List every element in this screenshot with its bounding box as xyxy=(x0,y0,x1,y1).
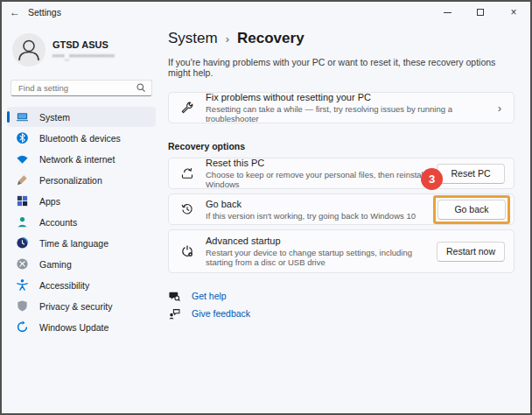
go-back-subtitle: If this version isn't working, try going… xyxy=(206,211,433,221)
footer-links: Get help Give feedback xyxy=(168,287,520,322)
wrench-icon xyxy=(169,101,206,115)
sidebar-item-personalization[interactable]: Personalization xyxy=(7,170,156,190)
sidebar-item-label: Time & language xyxy=(39,238,108,249)
advanced-startup-subtitle: Restart your device to change startup se… xyxy=(206,248,435,267)
settings-window: ← Settings × GTSD ASUS ••••_••••••••••••… xyxy=(0,0,532,415)
sidebar-item-label: Network & internet xyxy=(39,154,115,165)
fix-problems-subtitle: Resetting can take a while — first, try … xyxy=(206,104,498,123)
restart-now-button[interactable]: Restart now xyxy=(437,242,505,262)
sidebar-item-label: Personalization xyxy=(39,175,102,186)
back-icon[interactable]: ← xyxy=(2,6,28,18)
sidebar-item-system[interactable]: System xyxy=(7,107,156,127)
user-name: GTSD ASUS xyxy=(52,39,115,50)
chevron-right-icon: › xyxy=(498,102,501,115)
wifi-icon xyxy=(16,152,29,165)
get-help-link[interactable]: Get help xyxy=(168,287,520,305)
bluetooth-icon xyxy=(16,131,29,144)
breadcrumb: System › Recovery xyxy=(168,30,520,47)
close-icon[interactable]: × xyxy=(497,2,530,23)
sidebar-item-privacy-security[interactable]: Privacy & security xyxy=(7,296,156,316)
fix-problems-card[interactable]: Fix problems without resetting your PC R… xyxy=(168,92,514,123)
update-arrows-icon xyxy=(16,320,29,334)
power-gear-icon xyxy=(169,244,206,258)
reset-pc-button[interactable]: Reset PC xyxy=(437,164,505,184)
history-icon xyxy=(169,202,206,216)
feedback-icon xyxy=(168,307,181,320)
sidebar-item-windows-update[interactable]: Windows Update xyxy=(7,317,156,337)
sidebar-item-network-internet[interactable]: Network & internet xyxy=(7,149,156,169)
system-icon xyxy=(16,110,29,123)
clock-icon xyxy=(16,236,29,250)
person-icon xyxy=(12,33,46,67)
sidebar-item-label: Accessibility xyxy=(39,280,89,291)
sidebar: GTSD ASUS ••••_••••••••••••••• System xyxy=(2,23,161,413)
titlebar: ← Settings × xyxy=(2,2,530,23)
search-icon xyxy=(136,81,147,97)
reset-pc-subtitle: Choose to keep or remove your personal f… xyxy=(206,170,435,189)
avatar xyxy=(12,33,46,67)
recovery-options-group: Reset this PC Choose to keep or remove y… xyxy=(168,158,520,273)
fix-problems-title: Fix problems without resetting your PC xyxy=(206,92,498,102)
sidebar-nav: System Bluetooth & devices Network & int… xyxy=(2,107,161,337)
section-label-recovery-options: Recovery options xyxy=(168,141,520,151)
page-description: If you're having problems with your PC o… xyxy=(168,57,520,78)
go-back-card: Go back If this version isn't working, t… xyxy=(168,193,514,225)
chevron-right-icon: › xyxy=(226,32,229,46)
sidebar-item-accessibility[interactable]: Accessibility xyxy=(7,275,156,295)
sidebar-item-gaming[interactable]: Gaming xyxy=(7,254,156,274)
reset-pc-card: Reset this PC Choose to keep or remove y… xyxy=(168,158,514,189)
user-profile[interactable]: GTSD ASUS ••••_••••••••••••••• xyxy=(12,33,161,67)
annotation-step-badge: 3 xyxy=(421,168,443,190)
sidebar-item-label: Gaming xyxy=(39,259,72,270)
page-title: Recovery xyxy=(237,30,304,47)
maximize-icon[interactable] xyxy=(464,2,497,23)
sidebar-item-apps[interactable]: Apps xyxy=(7,191,156,211)
give-feedback-link[interactable]: Give feedback xyxy=(168,305,520,322)
accounts-person-icon xyxy=(16,215,29,229)
reset-pc-title: Reset this PC xyxy=(206,158,437,168)
minimize-icon[interactable] xyxy=(430,2,464,23)
accessibility-person-icon xyxy=(16,278,29,292)
sidebar-item-bluetooth-devices[interactable]: Bluetooth & devices xyxy=(7,128,156,148)
search-input[interactable] xyxy=(10,80,152,96)
selected-indicator xyxy=(7,111,10,123)
user-email-blurred: ••••_••••••••••••••• xyxy=(52,52,115,60)
main-content: System › Recovery If you're having probl… xyxy=(168,23,520,413)
sidebar-item-time-language[interactable]: Time & language xyxy=(7,233,156,253)
window-controls: × xyxy=(430,2,530,23)
go-back-title: Go back xyxy=(206,199,433,209)
advanced-startup-card: Advanced startup Restart your device to … xyxy=(168,229,514,273)
sidebar-item-accounts[interactable]: Accounts xyxy=(7,212,156,232)
give-feedback-label: Give feedback xyxy=(192,308,250,319)
advanced-startup-title: Advanced startup xyxy=(206,236,437,246)
help-bubble-icon xyxy=(168,290,181,303)
go-back-button[interactable]: Go back xyxy=(438,200,506,220)
search-box xyxy=(10,79,152,96)
reset-pc-icon xyxy=(169,166,206,180)
xbox-icon xyxy=(16,257,29,271)
shield-icon xyxy=(16,299,29,313)
sidebar-item-label: Bluetooth & devices xyxy=(39,133,121,144)
sidebar-item-label: Apps xyxy=(39,196,60,207)
sidebar-item-label: Privacy & security xyxy=(39,301,112,312)
breadcrumb-parent[interactable]: System xyxy=(168,30,218,47)
sidebar-item-label: Windows Update xyxy=(39,322,108,333)
brush-icon xyxy=(16,173,29,186)
apps-grid-icon xyxy=(16,194,29,208)
get-help-label: Get help xyxy=(192,291,227,301)
window-title: Settings xyxy=(28,7,61,18)
tutorial-highlight-box: Go back xyxy=(433,195,510,224)
sidebar-item-label: Accounts xyxy=(39,217,77,228)
sidebar-item-label: System xyxy=(39,112,70,123)
